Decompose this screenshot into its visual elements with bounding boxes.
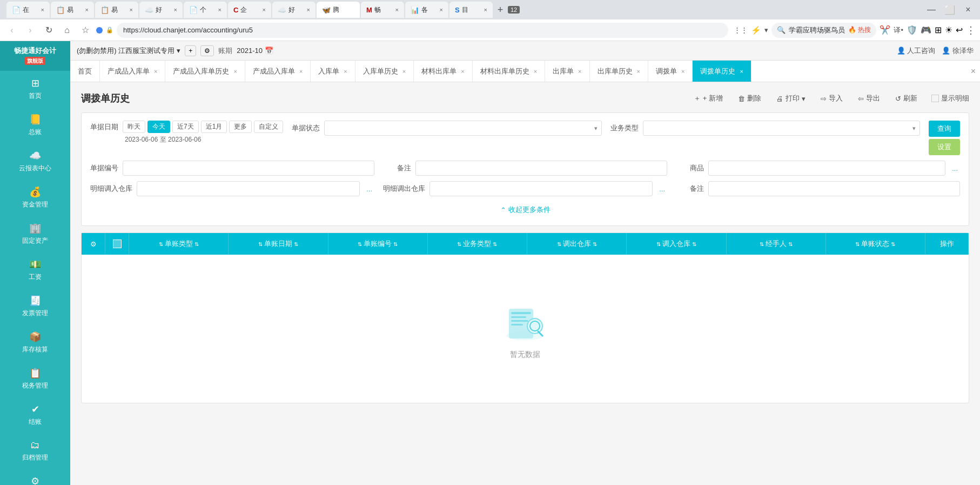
display-setting-checkbox[interactable]: [931, 95, 939, 102]
status-select[interactable]: [324, 121, 601, 136]
sidebar-item-inventory[interactable]: 📦 库存核算: [0, 324, 70, 361]
tab-close-9[interactable]: ×: [395, 6, 399, 13]
browser-tab-8[interactable]: 🦋 腾: [317, 2, 360, 18]
sidebar-item-assets[interactable]: 🏢 固定资产: [0, 216, 70, 252]
sidebar-item-reports[interactable]: ☁️ 云报表中心: [0, 143, 70, 180]
browser-tab-2[interactable]: 📋 易 ×: [51, 2, 94, 18]
browser-tab-5[interactable]: 📄 个 ×: [184, 2, 227, 18]
detail-in-input[interactable]: [137, 181, 360, 196]
browser-tab-3[interactable]: 📋 易 ×: [95, 2, 138, 18]
sidebar-item-wages[interactable]: 💵 工资: [0, 252, 70, 288]
doc-number-input[interactable]: [123, 161, 374, 176]
remark2-input[interactable]: [708, 181, 960, 196]
address-bar[interactable]: [117, 23, 728, 38]
sidebar-item-home[interactable]: ⊞ 首页: [0, 71, 70, 107]
print-button[interactable]: 🖨 打印 ▾: [771, 91, 811, 106]
tab-inbound-history[interactable]: 入库单历史 ×: [355, 61, 414, 82]
tab-outbound[interactable]: 出库单 ×: [545, 61, 589, 82]
reload-button[interactable]: ↻: [41, 23, 56, 38]
header-checkbox[interactable]: [113, 240, 122, 248]
tab-close-2[interactable]: ×: [85, 6, 89, 13]
tab-home[interactable]: 首页: [70, 61, 100, 82]
detail-in-dots-btn[interactable]: ...: [364, 185, 374, 193]
browser-tab-10[interactable]: 📊 各 ×: [405, 2, 448, 18]
tab-material-out-history-close[interactable]: ×: [534, 68, 537, 75]
tab-outbound-history[interactable]: 出库单历史 ×: [590, 61, 648, 82]
export-button[interactable]: ⇦ 导出: [853, 91, 885, 106]
menu-icon[interactable]: ⋮: [966, 24, 976, 36]
sidebar-item-invoice[interactable]: 🧾 发票管理: [0, 288, 70, 324]
browser-tab-1[interactable]: 📄 在 ×: [6, 2, 50, 18]
th-transfer-in[interactable]: ⇅ 调入仓库 ⇅: [627, 233, 726, 255]
maximize-button[interactable]: ⬜: [942, 2, 957, 17]
tab-transfer-history-close[interactable]: ×: [740, 68, 743, 75]
user-btn[interactable]: 👤 徐泽华: [942, 46, 974, 56]
display-setting[interactable]: 显示明细: [931, 94, 969, 103]
bookmark-button[interactable]: ☆: [78, 23, 93, 38]
tab-close-1[interactable]: ×: [41, 6, 44, 13]
th-business-type[interactable]: ⇅ 业务类型 ⇅: [428, 233, 527, 255]
settings-gear-button[interactable]: ⚙: [200, 45, 214, 56]
period-value[interactable]: 2021-10 📅: [237, 46, 273, 55]
sidebar-item-finance[interactable]: 💰 资金管理: [0, 180, 70, 216]
tab-inbound-close[interactable]: ×: [344, 68, 347, 75]
import-button[interactable]: ⇨ 导入: [815, 91, 848, 106]
tab-transfer-close[interactable]: ×: [681, 68, 684, 75]
sidebar-item-ledger[interactable]: 📒 总账: [0, 107, 70, 143]
sidebar-item-close[interactable]: ✔ 结账: [0, 397, 70, 433]
browser-tab-7[interactable]: ☁️ 好 ×: [272, 2, 316, 18]
tab-finished-in-history-close[interactable]: ×: [233, 68, 237, 75]
th-settings[interactable]: ⚙: [82, 233, 105, 255]
tab-close-6[interactable]: ×: [263, 6, 266, 13]
filter-settings-button[interactable]: 设置: [929, 139, 960, 155]
date-btn-custom[interactable]: 自定义: [254, 121, 283, 133]
tab-inbound[interactable]: 入库单 ×: [311, 61, 355, 82]
th-doc-date[interactable]: ⇅ 单账日期 ⇅: [229, 233, 328, 255]
tab-close-10[interactable]: ×: [440, 6, 443, 13]
tab-close-7[interactable]: ×: [307, 6, 310, 13]
forward-button[interactable]: ›: [23, 23, 38, 38]
detail-out-input[interactable]: [429, 181, 653, 196]
detail-out-dots-btn[interactable]: ...: [657, 185, 667, 193]
business-type-select[interactable]: [643, 121, 920, 136]
home-button[interactable]: ⌂: [59, 23, 75, 38]
delete-button[interactable]: 🗑 删除: [733, 91, 767, 106]
tab-close-11[interactable]: ×: [484, 6, 487, 13]
minimize-button[interactable]: —: [924, 2, 939, 17]
tab-finished-in-history[interactable]: 产成品入库单历史 ×: [165, 61, 245, 82]
back-button[interactable]: ‹: [4, 23, 19, 38]
tab-material-out[interactable]: 材料出库单 ×: [414, 61, 472, 82]
goods-dots-btn[interactable]: ...: [950, 164, 960, 172]
close-button[interactable]: ×: [961, 2, 976, 17]
tab-finished-in-2-close[interactable]: ×: [299, 68, 303, 75]
date-btn-yesterday[interactable]: 昨天: [123, 121, 145, 133]
company-selector[interactable]: (勿删勿禁用) 江西服宝测试专用 ▾: [77, 46, 180, 56]
th-checkbox[interactable]: [105, 233, 129, 255]
tab-transfer-history[interactable]: 调拨单历史 ×: [693, 61, 751, 82]
tab-close-5[interactable]: ×: [218, 6, 221, 13]
browser-tab-11[interactable]: S 目 ×: [449, 2, 493, 18]
th-handler[interactable]: ⇅ 经手人 ⇅: [727, 233, 826, 255]
th-transfer-out[interactable]: ⇅ 调出仓库 ⇅: [527, 233, 627, 255]
browser-tab-4[interactable]: ☁️ 好 ×: [139, 2, 183, 18]
collapse-button[interactable]: ⌃ 收起更多条件: [90, 202, 960, 218]
tab-transfer[interactable]: 调拨单 ×: [648, 61, 693, 82]
date-btn-today[interactable]: 今天: [147, 121, 170, 133]
new-record-button[interactable]: ＋ + 新增: [688, 91, 728, 106]
th-doc-number[interactable]: ⇅ 单账编号 ⇅: [328, 233, 428, 255]
tab-close-3[interactable]: ×: [130, 6, 133, 13]
tab-outbound-close[interactable]: ×: [578, 68, 581, 75]
sidebar-item-settings[interactable]: ⚙ 基础设置: [0, 469, 70, 485]
search-bar[interactable]: 🔍 学霸应聘场驱鸟员 🔥 热搜: [771, 23, 876, 38]
refresh-button[interactable]: ↺ 刷新: [890, 91, 923, 106]
add-company-button[interactable]: +: [185, 45, 196, 56]
th-doc-type[interactable]: ⇅ 单账类型 ⇅: [129, 233, 229, 255]
tab-material-out-close[interactable]: ×: [461, 68, 464, 75]
service-btn[interactable]: 👤 人工咨询: [897, 46, 936, 56]
remark-input[interactable]: [415, 161, 667, 176]
date-btn-7days[interactable]: 近7天: [172, 121, 199, 133]
tab-bar-close-all[interactable]: ×: [966, 67, 980, 76]
tab-outbound-history-close[interactable]: ×: [637, 68, 640, 75]
th-doc-status[interactable]: ⇅ 单账状态 ⇅: [826, 233, 925, 255]
browser-tab-9[interactable]: M 畅 ×: [361, 2, 404, 18]
